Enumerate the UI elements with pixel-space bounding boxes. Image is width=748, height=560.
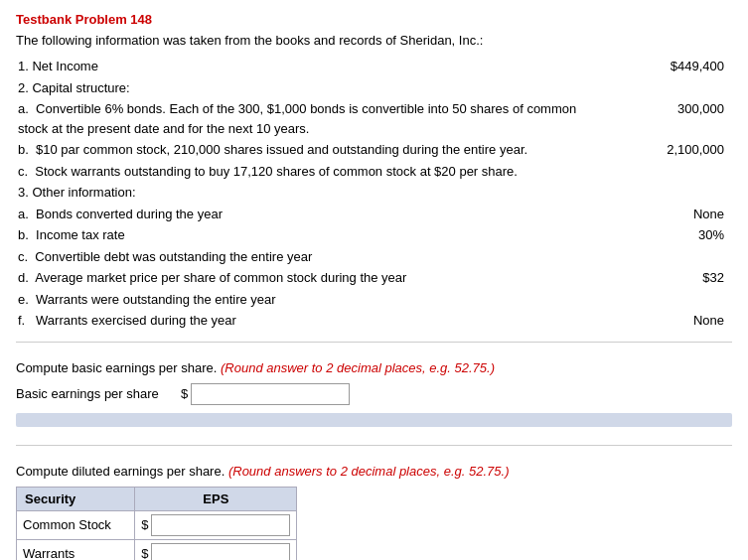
diluted-eps-section: Compute diluted earnings per share. (Rou… [16,456,732,561]
common-stock-dollar: $ [141,517,148,532]
other-item-b-row: b. Income tax rate 30% [16,224,732,246]
capital-structure-label: 2. Capital structure: [16,77,589,99]
other-item-b-label: b. Income tax rate [16,224,589,246]
basic-eps-input[interactable] [191,383,350,405]
info-table: 1. Net Income $449,400 2. Capital struct… [16,56,732,332]
net-income-row: 1. Net Income $449,400 [16,56,732,77]
other-info-header-row: 3. Other information: [16,182,732,204]
other-item-d-value: $32 [589,267,732,289]
net-income-label: 1. Net Income [16,56,589,77]
basic-eps-input-row: Basic earnings per share $ [16,383,732,405]
warrants-input[interactable] [151,543,290,561]
capital-structure-header-row: 2. Capital structure: [16,77,732,99]
basic-eps-section: Compute basic earnings per share. (Round… [16,352,732,435]
capital-item-b-label: b. $10 par common stock, 210,000 shares … [16,139,589,161]
other-item-a-row: a. Bonds converted during the year None [16,204,732,225]
warrants-input-cell: $ [135,539,297,560]
capital-item-b-value: 2,100,000 [589,139,732,161]
eps-header: EPS [135,487,297,510]
capital-item-c-row: c. Stock warrants outstanding to buy 17,… [16,161,732,183]
other-item-f-label: f. Warrants exercised during the year [16,310,589,332]
other-item-e-label: e. Warrants were outstanding the entire … [16,289,589,311]
other-item-e-row: e. Warrants were outstanding the entire … [16,289,732,311]
progress-bar [16,413,732,427]
diluted-eps-compute-label: Compute diluted earnings per share. (Rou… [16,464,732,479]
basic-eps-field-label: Basic earnings per share [16,386,175,401]
other-item-c-label: c. Convertible debt was outstanding the … [16,246,589,268]
common-stock-input[interactable] [151,514,290,536]
other-item-a-label: a. Bonds converted during the year [16,204,589,225]
other-item-f-row: f. Warrants exercised during the year No… [16,310,732,332]
common-stock-row: Common Stock $ [17,510,297,539]
warrants-label: Warrants [17,539,135,560]
common-stock-input-cell: $ [135,510,297,539]
security-header: Security [17,487,135,510]
net-income-value: $449,400 [589,56,732,77]
intro-text: The following information was taken from… [16,33,732,48]
divider-1 [16,342,732,343]
common-stock-label: Common Stock [17,510,135,539]
capital-item-a-value: 300,000 [589,98,732,139]
capital-item-c-label: c. Stock warrants outstanding to buy 17,… [16,161,589,183]
capital-item-a-label: a. Convertible 6% bonds. Each of the 300… [16,98,589,139]
security-table-header-row: Security EPS [17,487,297,510]
other-item-c-row: c. Convertible debt was outstanding the … [16,246,732,268]
other-item-a-value: None [589,204,732,225]
other-item-d-label: d. Average market price per share of com… [16,267,589,289]
warrants-row: Warrants $ [17,539,297,560]
basic-eps-compute-label: Compute basic earnings per share. (Round… [16,360,732,375]
other-item-f-value: None [589,310,732,332]
capital-item-b-row: b. $10 par common stock, 210,000 shares … [16,139,732,161]
other-info-label: 3. Other information: [16,182,589,204]
security-table: Security EPS Common Stock $ [16,487,297,561]
other-item-d-row: d. Average market price per share of com… [16,267,732,289]
basic-eps-dollar: $ [181,386,188,401]
divider-2 [16,445,732,446]
warrants-dollar: $ [141,546,148,560]
problem-title: Testbank Problem 148 [16,12,732,27]
capital-item-a-row: a. Convertible 6% bonds. Each of the 300… [16,98,732,139]
other-item-b-value: 30% [589,224,732,246]
